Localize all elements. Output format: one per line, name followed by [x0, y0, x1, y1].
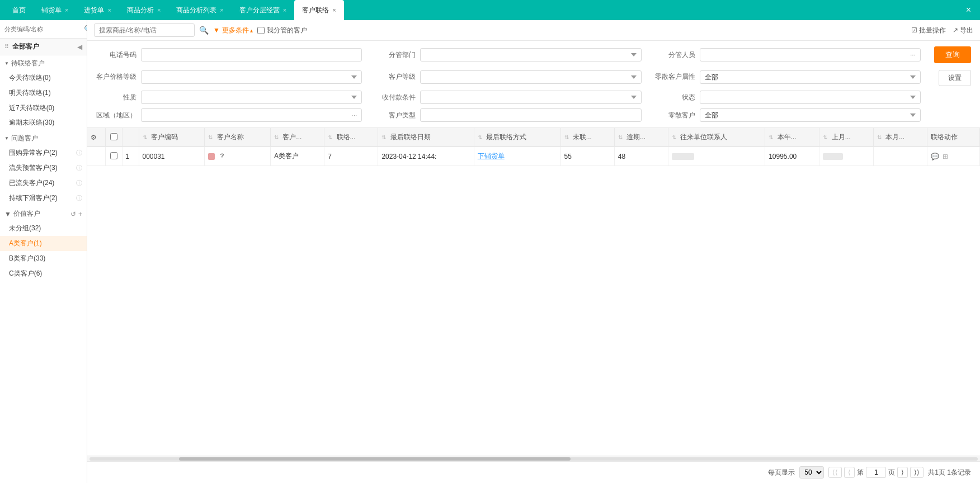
sidebar-item-week-pending[interactable]: 近7天待联络(0): [0, 101, 87, 116]
sidebar-item-declining[interactable]: 持续下滑客户(2) ⓘ: [0, 191, 87, 206]
row-checkbox-cell[interactable]: [105, 147, 122, 166]
table-col-code[interactable]: ⇅ 客户编码: [139, 128, 205, 147]
export-button[interactable]: ↗ 导出: [953, 26, 973, 35]
table-col-this-month[interactable]: ⇅ 本月...: [873, 128, 927, 147]
sidebar-item-class-c[interactable]: C类客户(6): [0, 266, 87, 281]
nav-customer-contact-close[interactable]: ×: [332, 7, 336, 13]
last-page-button[interactable]: ⟩⟩: [910, 467, 924, 478]
table-col-contact-person[interactable]: ⇅ 往来单位联系人: [668, 128, 765, 147]
row-name[interactable]: ？: [205, 147, 271, 166]
filter-region-input[interactable]: ···: [141, 108, 362, 122]
sidebar-collapse-icon[interactable]: ◀: [77, 43, 82, 51]
next-page-button[interactable]: ⟩: [897, 467, 908, 478]
table-col-actions: 联络动作: [927, 128, 979, 147]
filter-search-input[interactable]: [94, 23, 195, 37]
sidebar-search-area: 🔍: [0, 20, 87, 39]
filter-search-button[interactable]: 🔍: [199, 26, 209, 35]
sidebar-value-group-title[interactable]: ▼ 价值客户 ↺ +: [0, 206, 87, 221]
filter-retail-customer-select[interactable]: 全部: [700, 108, 921, 122]
sidebar-item-today-pending[interactable]: 今天待联络(0): [0, 70, 87, 86]
sidebar-all-customers-header[interactable]: ⠿ 全部客户 ◀: [0, 39, 87, 55]
sidebar-item-class-a[interactable]: A类客户(1): [0, 236, 87, 251]
row-last-contact-method[interactable]: 下销货单: [474, 147, 560, 166]
filter-dept-select[interactable]: [420, 48, 641, 61]
first-page-button[interactable]: ⟨⟨: [828, 467, 842, 478]
nav-sales[interactable]: 销货单 ×: [34, 0, 76, 20]
nav-customer-contact[interactable]: 客户联络 ×: [294, 0, 343, 20]
nav-purchase-close[interactable]: ×: [107, 7, 111, 13]
row-contact-person-placeholder: [672, 153, 694, 160]
my-customers-checkbox-input[interactable]: [257, 27, 265, 34]
nav-purchase[interactable]: 进货单 ×: [76, 0, 119, 20]
row-action-chat-icon[interactable]: 💬: [931, 153, 939, 160]
filter-retail-attr-select[interactable]: 全部: [700, 70, 921, 84]
sidebar-problem-group-title[interactable]: ▼ 问题客户: [0, 130, 87, 145]
table-col-contact-count[interactable]: ⇅ 联络...: [324, 128, 378, 147]
sort-icon-no-contact: ⇅: [564, 134, 569, 140]
table-row: 1 000031 ？ A类客户 7: [87, 147, 980, 166]
table-col-level[interactable]: ⇅ 客户...: [271, 128, 324, 147]
row-this-month: [873, 147, 927, 166]
row-checkbox[interactable]: [110, 152, 117, 159]
more-conditions-button[interactable]: ▼ 更多条件 ▴: [213, 26, 253, 35]
table-col-overdue[interactable]: ⇅ 逾期...: [614, 128, 668, 147]
value-add-icon[interactable]: +: [78, 210, 82, 218]
nav-sales-close[interactable]: ×: [65, 7, 68, 13]
query-button[interactable]: 查询: [934, 46, 971, 63]
table-col-no-contact[interactable]: ⇅ 未联...: [560, 128, 614, 147]
filter-nature-select[interactable]: [141, 91, 362, 104]
nav-goods-list-close[interactable]: ×: [220, 7, 223, 13]
page-number-input[interactable]: [866, 467, 886, 478]
nav-goods-analysis-close[interactable]: ×: [157, 7, 161, 13]
value-refresh-icon[interactable]: ↺: [70, 210, 76, 218]
settings-button[interactable]: 设置: [939, 70, 971, 86]
close-all-button[interactable]: ×: [962, 5, 976, 15]
filter-phone-input[interactable]: [141, 48, 362, 61]
nav-home[interactable]: 首页: [4, 0, 34, 20]
nav-customer-tier[interactable]: 客户分层经营 ×: [232, 0, 294, 20]
scrollbar-track[interactable]: [89, 457, 978, 461]
prev-page-button[interactable]: ⟨: [844, 467, 855, 478]
filter-price-level-select[interactable]: [141, 70, 362, 84]
my-customers-checkbox[interactable]: 我分管的客户: [257, 26, 307, 35]
row-code[interactable]: 000031: [139, 147, 205, 166]
sidebar-search-input[interactable]: [4, 26, 82, 32]
per-page-select[interactable]: 50: [799, 466, 824, 479]
table-col-last-contact-date[interactable]: ⇅ 最后联络日期: [378, 128, 474, 147]
scrollbar-thumb[interactable]: [179, 457, 571, 461]
problem-group-label: 问题客户: [11, 134, 38, 143]
table-col-last-contact-method[interactable]: ⇅ 最后联络方式: [474, 128, 560, 147]
filter-customer-type-input[interactable]: [420, 108, 641, 122]
table-checkbox-col[interactable]: [105, 128, 122, 147]
table-select-all-checkbox[interactable]: [110, 133, 117, 140]
sort-icon-last-contact-method: ⇅: [478, 134, 482, 140]
filter-phone-field: 电话号码: [96, 48, 362, 61]
filter-payment-select[interactable]: [420, 91, 641, 104]
nav-customer-contact-label: 客户联络: [302, 6, 329, 15]
table-col-last-month[interactable]: ⇅ 上月...: [819, 128, 873, 147]
sidebar-item-ungrouped[interactable]: 未分组(32): [0, 221, 87, 236]
filter-person-input[interactable]: ···: [700, 48, 921, 61]
row-action-qr-icon[interactable]: ⊞: [943, 153, 948, 160]
table-col-name[interactable]: ⇅ 客户名称: [205, 128, 271, 147]
sidebar-item-overdue-pending[interactable]: 逾期未联络(30): [0, 115, 87, 130]
sidebar-pending-group-title[interactable]: ▼ 待联络客户: [0, 55, 87, 70]
sidebar-item-hoard-abnormal[interactable]: 囤购异常客户(2) ⓘ: [0, 145, 87, 160]
horizontal-scrollbar[interactable]: [87, 456, 980, 461]
nav-goods-list[interactable]: 商品分析列表 ×: [168, 0, 231, 20]
table-col-this-year[interactable]: ⇅ 本年...: [765, 128, 819, 147]
filter-row-3: 性质 收付款条件 状态: [96, 91, 971, 104]
filter-dept-label: 分管部门: [375, 50, 420, 60]
filter-customer-level-select[interactable]: [420, 70, 641, 84]
filter-status-select[interactable]: [700, 91, 921, 104]
sidebar-item-loss-warning[interactable]: 流失预警客户(3) ⓘ: [0, 160, 87, 176]
table-gear-col[interactable]: ⚙: [87, 128, 105, 147]
nav-goods-analysis[interactable]: 商品分析 ×: [119, 0, 168, 20]
export-icon: ↗: [953, 26, 958, 34]
sidebar-item-tomorrow-pending[interactable]: 明天待联络(1): [0, 86, 87, 101]
nav-customer-tier-close[interactable]: ×: [283, 7, 286, 13]
customer-table-container: ⚙ ⇅ 客户编码 ⇅ 客户名称: [87, 128, 980, 456]
batch-operation-button[interactable]: ☑ 批量操作: [911, 26, 946, 35]
sidebar-item-class-b[interactable]: B类客户(33): [0, 251, 87, 266]
sidebar-item-lost[interactable]: 已流失客户(24) ⓘ: [0, 176, 87, 191]
